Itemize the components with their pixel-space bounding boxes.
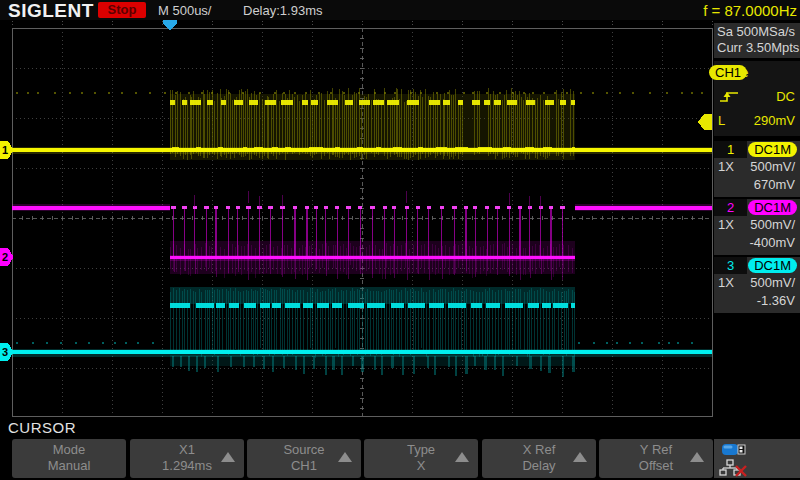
channel-info-box-ch3[interactable]: 3 DC1M 1X 500mV/ -1.36V bbox=[714, 257, 800, 313]
expand-arrow-icon bbox=[221, 452, 235, 462]
channel-offset: 670mV bbox=[754, 176, 795, 194]
channel-info-box-ch1[interactable]: 1 DC1M 1X 500mV/ 670mV bbox=[714, 141, 800, 197]
svg-text:2: 2 bbox=[2, 251, 8, 263]
probe-attenuation: 1X bbox=[718, 274, 734, 292]
channel-info-box-ch2[interactable]: 2 DC1M 1X 500mV/ -400mV bbox=[714, 199, 800, 255]
sample-rate: Sa 500MSa/s bbox=[714, 23, 800, 39]
channel-number-tab: 1 bbox=[714, 141, 747, 158]
usb-icon bbox=[722, 444, 745, 455]
channel-coupling-badge: DC1M bbox=[748, 200, 797, 215]
channel-number-tab: 2 bbox=[714, 199, 747, 216]
svg-text:3: 3 bbox=[2, 346, 8, 358]
channel-coupling-badge: DC1M bbox=[748, 258, 797, 273]
siglent-logo: SIGLENT bbox=[8, 0, 94, 22]
trigger-edge-icon bbox=[718, 88, 740, 105]
expand-arrow-icon bbox=[455, 452, 469, 462]
channel-offset: -1.36V bbox=[757, 292, 795, 310]
expand-arrow-icon bbox=[690, 452, 704, 462]
waveform-display: 123 bbox=[0, 0, 800, 480]
softkey-type[interactable]: Type X bbox=[364, 439, 478, 478]
svg-text:1: 1 bbox=[2, 144, 8, 156]
channel-coupling-badge: DC1M bbox=[748, 142, 797, 157]
trigger-coupling: DC bbox=[776, 85, 795, 109]
softkey-mode[interactable]: Mode Manual bbox=[12, 439, 126, 478]
channel-number-tab: 3 bbox=[714, 257, 747, 274]
expand-arrow-icon bbox=[338, 452, 352, 462]
expand-arrow-icon bbox=[573, 452, 587, 462]
acquisition-info-box: Sa 500MSa/s Curr 3.50Mpts bbox=[714, 23, 800, 58]
probe-attenuation: 1X bbox=[718, 216, 734, 234]
acquisition-status-badge[interactable]: Stop bbox=[98, 2, 146, 18]
softkey-label: Mode bbox=[12, 442, 126, 458]
lan-disconnected-icon bbox=[720, 460, 746, 476]
timebase-readout: M 500us/ bbox=[158, 3, 211, 18]
trigger-level-label: L bbox=[718, 109, 725, 133]
softkey-x-ref[interactable]: X Ref Delay bbox=[482, 439, 596, 478]
channel-scale: 500mV/ bbox=[750, 158, 795, 176]
memory-depth: Curr 3.50Mpts bbox=[714, 39, 800, 55]
softkey-x1[interactable]: X1 1.294ms bbox=[130, 439, 244, 478]
channel-scale: 500mV/ bbox=[750, 216, 795, 234]
softkey-y-ref[interactable]: Y Ref Offset bbox=[599, 439, 713, 478]
channel-offset: -400mV bbox=[749, 234, 795, 252]
trigger-source-badge: CH1 bbox=[709, 65, 747, 80]
frequency-counter: f = 87.0000Hz bbox=[703, 2, 797, 19]
probe-attenuation: 1X bbox=[718, 158, 734, 176]
trigger-level-value: 290mV bbox=[754, 109, 795, 133]
softkey-source[interactable]: Source CH1 bbox=[247, 439, 361, 478]
status-icon-panel bbox=[714, 439, 800, 478]
menu-title: CURSOR bbox=[8, 419, 76, 436]
trigger-delay-readout: Delay:1.93ms bbox=[243, 3, 322, 18]
channel-scale: 500mV/ bbox=[750, 274, 795, 292]
softkey-value: Manual bbox=[12, 458, 126, 474]
trigger-info-box[interactable]: Edge CH1 DC L 290mV bbox=[714, 61, 800, 136]
